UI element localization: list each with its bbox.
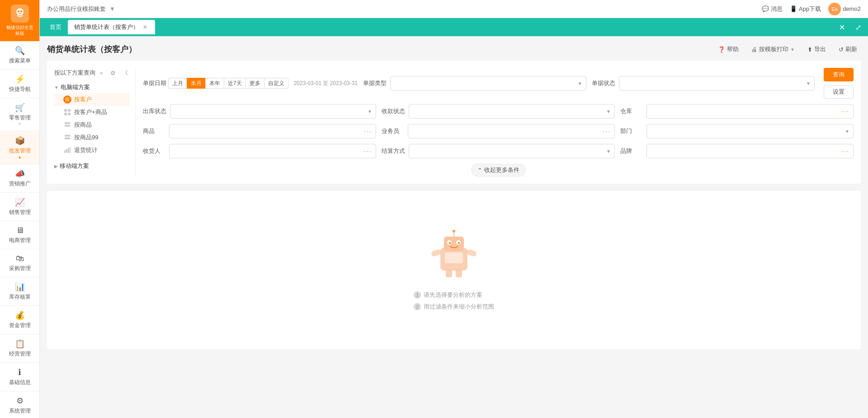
sidebar-item-wholesale[interactable]: 📦 批发管理 ▲ [0,131,39,164]
template-print-btn[interactable]: 🖨 按模板打印 ▼ [748,43,798,55]
brand-field[interactable]: ··· [646,144,854,158]
dept-field[interactable]: ▼ [646,124,854,138]
sidebar-item-ecom[interactable]: 🖥 电商管理 [0,221,39,249]
sidebar-item-purchase[interactable]: 🛍 采购管理 [0,249,39,277]
sidebar-item-basic[interactable]: ℹ 基础信息 [0,363,39,391]
page-title-bar: 销货单统计表（按客户） ❓ 帮助 🖨 按模板打印 ▼ ⬆ 导出 ↺ 刷新 [47,43,861,55]
message-icon: 💬 [762,5,769,12]
receiver-group: 收货人 ··· [143,144,376,158]
sidebar-item-sales[interactable]: 📈 销售管理 [0,193,39,221]
salesman-field[interactable]: ··· [408,124,615,138]
sidebar-label-inventory: 库存核算 [9,293,31,301]
warehouse-field[interactable]: ··· [646,104,854,119]
sidebar-item-system[interactable]: ⚙ 系统管理 [0,391,39,418]
sidebar-item-retail[interactable]: 🛒 零售管理 ▼ [0,98,39,131]
receipt-status-field[interactable]: ▼ [409,104,615,119]
period-last7[interactable]: 近7天 [224,78,245,89]
date-label: 单据日期 [143,79,166,87]
svg-rect-7 [65,122,70,124]
brand-group: 品牌 ··· [620,144,854,158]
scheme-item-by-goods[interactable]: 按商品 [54,119,130,131]
tab-home[interactable]: 首页 [43,20,68,34]
brand-dots: ··· [841,147,849,155]
bill-status-field[interactable]: ▼ [619,76,815,90]
svg-rect-5 [64,113,67,115]
query-button[interactable]: 查询 [824,68,854,81]
receiver-field[interactable]: ··· [169,144,376,158]
receipt-status-group: 收款状态 ▼ [382,104,615,119]
sidebar-label-wholesale: 批发管理 [9,147,31,155]
tab-sales-stat[interactable]: 销货单统计表（按客户） ✕ [68,20,155,34]
out-status-field[interactable]: ▼ [170,104,376,119]
sidebar-item-inventory[interactable]: 📊 库存核算 [0,277,39,306]
svg-rect-16 [444,237,464,251]
period-custom[interactable]: 自定义 [264,78,288,89]
sidebar-label-system: 系统管理 [9,407,31,415]
sidebar-item-finance[interactable]: 💰 资金管理 [0,306,39,334]
app-download-btn[interactable]: 📱 App下载 [790,5,821,13]
help-icon: ❓ [718,46,725,53]
sidebar-item-quicknav[interactable]: ⚡ 快捷导航 [0,70,39,98]
user-area[interactable]: Ea demo2 [828,3,861,15]
hint-2-text: 用过滤条件来缩小分析范围 [424,301,494,313]
message-btn[interactable]: 💬 消息 [762,5,783,13]
sidebar-item-marketing[interactable]: 📣 营销推广 [0,164,39,193]
sidebar-item-ops[interactable]: 📋 经营管理 [0,334,39,363]
bill-status-label: 单据状态 [592,79,615,87]
sidebar-label-purchase: 采购管理 [9,265,31,272]
svg-point-19 [449,242,451,244]
tab-home-label: 首页 [50,23,61,31]
scheme-item-goods99[interactable]: 按商品99 [54,131,130,144]
template-print-label: 按模板打印 [759,45,788,53]
period-this-year[interactable]: 本年 [205,78,224,89]
svg-point-2 [20,10,22,12]
header-left: 办公用品行业模拟账套 ▼ [47,5,115,13]
scheme-group-mobile-title[interactable]: ▶ 移动端方案 [54,160,130,172]
scheme-collapse-btn[interactable]: 《 [120,68,130,78]
export-btn[interactable]: ⬆ 导出 [804,43,830,55]
settings-button[interactable]: 设置 [824,85,854,99]
dept-group: 部门 ▼ [620,124,854,138]
goods-field[interactable]: ··· [169,124,376,138]
svg-point-22 [453,230,455,233]
scheme-item-customer-goods[interactable]: 按客户+商品 [54,106,130,119]
collapse-button[interactable]: ⌃ 收起更多条件 [472,164,525,176]
svg-rect-12 [66,149,67,153]
breadcrumb-dropdown-icon[interactable]: ▼ [109,5,115,12]
goods-group: 商品 ··· [143,124,376,138]
avatar-initials: Ea [832,6,838,12]
sidebar-item-search[interactable]: 🔍 搜索菜单 [0,41,39,70]
scheme-item-customer-label: 按客户 [74,95,92,104]
tab-close-all-btn[interactable]: ✕ [835,21,848,33]
refresh-btn[interactable]: ↺ 刷新 [835,43,861,55]
empty-hints: 1 请先选择要分析的方案 2 用过滤条件来缩小分析范围 [414,289,494,313]
customer-goods-icon [63,108,71,116]
tab-maximize-btn[interactable]: ⤢ [852,21,864,33]
receiver-dots: ··· [364,147,372,155]
print-dropdown-icon: ▼ [790,47,795,52]
hint-1-text: 请先选择要分析的方案 [424,289,482,301]
basic-icon: ℹ [18,367,21,377]
filter-row-3: 商品 ··· 业务员 ··· 部门 [143,124,854,138]
bill-type-arrow-icon: ▼ [578,81,582,86]
period-more[interactable]: 更多 [245,78,264,89]
period-this-month[interactable]: 本月 [187,78,205,89]
scheme-group-desktop-title[interactable]: ▼ 电脑端方案 [54,81,130,93]
svg-rect-8 [65,125,70,127]
scheme-add-btn[interactable]: + [96,68,106,78]
page-content: 销货单统计表（按客户） ❓ 帮助 🖨 按模板打印 ▼ ⬆ 导出 ↺ 刷新 [40,36,868,418]
finance-icon: 💰 [15,310,25,320]
settlement-field[interactable]: ▼ [409,144,615,158]
svg-rect-26 [446,269,452,277]
tab-close-icon[interactable]: ✕ [142,24,149,31]
page-title: 销货单统计表（按客户） [47,44,137,55]
scheme-item-by-customer[interactable]: 按 按客户 [54,93,130,106]
period-prev-month[interactable]: 上月 [168,78,187,89]
date-period-buttons: 上月 本月 本年 近7天 更多 自定义 [168,78,288,89]
scheme-settings-btn[interactable]: ⚙ [108,68,118,78]
scheme-item-return-stat[interactable]: 退货统计 [54,144,130,157]
bill-type-field[interactable]: ▼ [390,76,586,90]
warehouse-label: 仓库 [620,107,643,115]
warehouse-dots: ··· [841,108,849,115]
help-btn[interactable]: ❓ 帮助 [714,43,742,55]
